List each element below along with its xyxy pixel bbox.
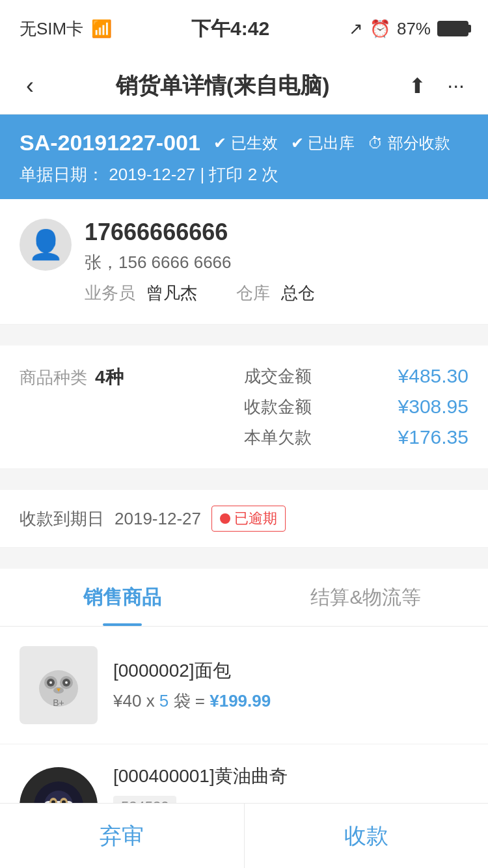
- customer-name: 17666666666: [85, 219, 468, 246]
- avatar: 👤: [20, 219, 72, 271]
- order-date-value: 2019-12-27: [109, 165, 195, 184]
- divider-3: [0, 548, 488, 558]
- due-date-label: 收款到期日: [20, 508, 104, 530]
- tab-sales-products-label: 销售商品: [83, 584, 161, 611]
- order-print-info: | 打印 2 次: [200, 165, 278, 184]
- overdue-text: 已逾期: [234, 509, 277, 528]
- divider-2: [0, 469, 488, 480]
- battery-icon: [437, 21, 468, 36]
- svg-text:B+: B+: [53, 698, 64, 708]
- product-total: ¥199.99: [210, 691, 271, 711]
- badge-effective: ✔ 已生效: [213, 133, 278, 154]
- categories-label: 商品种类: [20, 366, 87, 389]
- customer-info: 17666666666 张，156 6666 6666 业务员 曾凡杰 仓库 总…: [85, 219, 468, 305]
- svg-point-5: [49, 681, 52, 684]
- due-date-section: 收款到期日 2019-12-27 已逾期: [0, 490, 488, 548]
- sales-label: 业务员: [85, 283, 135, 303]
- share-button[interactable]: ⬆: [405, 70, 430, 102]
- badge-partial-payment: ⏱ 部分收款: [368, 133, 450, 154]
- cancel-review-label: 弃审: [100, 821, 144, 851]
- tab-settlement-label: 结算&物流等: [310, 584, 421, 611]
- overdue-dot-icon: [220, 513, 230, 524]
- overdue-badge: 已逾期: [211, 506, 286, 532]
- page-title: 销货单详情(来自电脑): [116, 71, 330, 101]
- owed-value: ¥176.35: [398, 426, 468, 449]
- tabs-row: 销售商品 结算&物流等: [0, 569, 488, 626]
- wifi-icon: 📶: [91, 19, 112, 39]
- received-value: ¥308.95: [398, 396, 468, 418]
- alarm-icon: ⏰: [370, 19, 390, 39]
- received-label: 收款金额: [244, 396, 312, 418]
- product-qty: 5: [159, 691, 169, 711]
- svg-point-6: [65, 681, 68, 684]
- back-button[interactable]: ‹: [20, 66, 40, 106]
- product-unit: 袋: [174, 691, 191, 711]
- collect-payment-button[interactable]: 收款: [245, 804, 489, 868]
- transaction-label: 成交金额: [244, 365, 312, 388]
- owl-icon: B+: [33, 659, 85, 711]
- transaction-row: 成交金额 ¥485.30: [244, 365, 468, 388]
- sales-value: 曾凡杰: [146, 283, 197, 303]
- tab-sales-products[interactable]: 销售商品: [0, 569, 244, 626]
- warehouse-label: 仓库: [236, 283, 270, 303]
- battery-text: 87%: [397, 19, 431, 39]
- badge-shipped: ✔ 已出库: [291, 133, 355, 154]
- transaction-value: ¥485.30: [398, 365, 468, 388]
- owed-label: 本单欠款: [244, 426, 312, 449]
- nav-bar: ‹ 销货单详情(来自电脑) ⬆ ···: [0, 57, 488, 115]
- received-row: 收款金额 ¥308.95: [244, 396, 468, 418]
- product-name: [000400001]黄油曲奇: [113, 764, 468, 789]
- order-id: SA-20191227-001: [20, 130, 200, 156]
- categories-count: 4种: [95, 365, 124, 390]
- table-row: B+ [0000002]面包 ¥40 x 5 袋 = ¥199.99: [0, 627, 488, 744]
- product-info: [0000002]面包 ¥40 x 5 袋 = ¥199.99: [113, 658, 468, 712]
- avatar-icon: 👤: [28, 228, 64, 262]
- due-date-value: 2019-12-27: [115, 509, 201, 529]
- product-name: [0000002]面包: [113, 658, 468, 683]
- owed-row: 本单欠款 ¥176.35: [244, 426, 468, 449]
- nav-actions: ⬆ ···: [405, 70, 468, 102]
- customer-phone: 张，156 6666 6666: [85, 251, 468, 274]
- location-icon: ↗: [349, 19, 363, 39]
- status-bar: 无SIM卡 📶 下午4:42 ↗ ⏰ 87%: [0, 0, 488, 57]
- carrier-text: 无SIM卡: [20, 18, 83, 40]
- tab-settlement[interactable]: 结算&物流等: [244, 569, 488, 626]
- status-right: ↗ ⏰ 87%: [349, 19, 468, 39]
- summary-amounts: 成交金额 ¥485.30 收款金额 ¥308.95 本单欠款 ¥176.35: [244, 365, 468, 449]
- bottom-bar: 弃审 收款: [0, 803, 488, 868]
- more-button[interactable]: ···: [443, 70, 468, 102]
- summary-categories: 商品种类 4种: [20, 365, 244, 449]
- order-header: SA-20191227-001 ✔ 已生效 ✔ 已出库 ⏱ 部分收款 单据日期：…: [0, 115, 488, 199]
- cancel-review-button[interactable]: 弃审: [0, 804, 245, 868]
- warehouse-value: 总仓: [281, 283, 315, 303]
- summary-section: 商品种类 4种 成交金额 ¥485.30 收款金额 ¥308.95 本单欠款 ¥…: [0, 346, 488, 469]
- customer-meta: 业务员 曾凡杰 仓库 总仓: [85, 282, 468, 305]
- collect-payment-label: 收款: [344, 821, 388, 851]
- product-thumbnail: B+: [20, 646, 98, 724]
- product-unit-price: ¥40: [113, 691, 141, 711]
- divider-1: [0, 325, 488, 335]
- status-left: 无SIM卡 📶: [20, 18, 112, 40]
- product-price: ¥40 x 5 袋 = ¥199.99: [113, 690, 468, 712]
- status-time: 下午4:42: [191, 16, 269, 42]
- tabs-section: 销售商品 结算&物流等: [0, 569, 488, 627]
- customer-section: 👤 17666666666 张，156 6666 6666 业务员 曾凡杰 仓库…: [0, 199, 488, 325]
- order-date-label: 单据日期：: [20, 165, 104, 184]
